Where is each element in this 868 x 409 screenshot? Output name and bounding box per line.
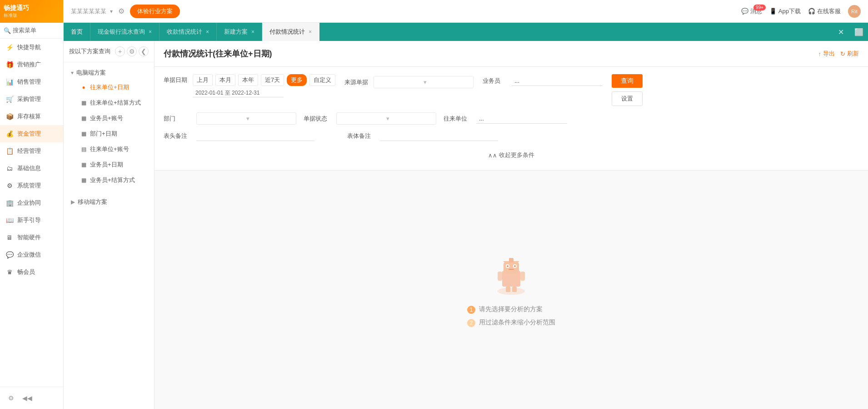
svg-rect-2 [498, 272, 502, 281]
sidebar-item-label: 新手引导 [17, 216, 41, 224]
date-btn-this-year[interactable]: 本年 [238, 74, 258, 86]
sidebar-item-label: 畅会员 [17, 268, 35, 276]
sidebar-item-hardware[interactable]: 🖥 智能硬件 [0, 229, 63, 246]
source-select[interactable]: ▾ [374, 76, 474, 88]
sidebar-collapse-button[interactable]: ◀◀ [21, 392, 34, 404]
tab-income-close[interactable]: × [206, 29, 209, 35]
trial-button[interactable]: 体验行业方案 [130, 5, 180, 18]
sidebar-item-fund[interactable]: 💰 资金管理 [0, 125, 63, 142]
topbar-gear-icon[interactable]: ⚙ [118, 7, 125, 15]
system-icon: ⚙ [5, 182, 14, 190]
quick-nav-icon: ⚡ [5, 43, 14, 51]
tab-new-scheme-close[interactable]: × [251, 29, 254, 35]
scheme-item-label: 往来单位+日期 [90, 83, 129, 91]
scheme-item-counterpart-settlement[interactable]: ▦ 往来单位+结算方式 [64, 95, 154, 111]
vip-icon: ♛ [5, 268, 14, 276]
scheme-item-label: 往来单位+结算方式 [90, 99, 141, 107]
export-button[interactable]: ↑ 导出 [818, 50, 835, 58]
collapse-filter-label: 收起更多条件 [499, 151, 534, 159]
sidebar-item-guide[interactable]: 📖 新手引导 [0, 212, 63, 229]
tabs-maximize-button[interactable]: ⬜ [850, 23, 868, 41]
header-remark-label: 表头备注 [164, 132, 189, 140]
online-service-button[interactable]: 🎧 在线客服 [808, 7, 841, 15]
sidebar-item-label: 经营管理 [17, 147, 41, 155]
sidebar-logo-text: 畅捷通巧 [4, 4, 29, 12]
dept-select[interactable]: ▾ [196, 112, 296, 125]
scheme-item-counterpart-account[interactable]: ▤ 往来单位+账号 [64, 141, 154, 157]
sidebar-item-label: 库存核算 [17, 112, 41, 121]
source-dropdown-icon: ▾ [424, 79, 469, 86]
counterpart-label: 往来单位 [444, 115, 469, 123]
counterpart-input[interactable] [476, 114, 567, 124]
tab-bank-close[interactable]: × [149, 29, 152, 35]
scheme-item-salesperson-settlement[interactable]: ▦ 业务员+结算方式 [64, 172, 154, 188]
scheme-item-label: 部门+日期 [90, 130, 117, 138]
filter-settings-button[interactable]: 设置 [612, 91, 643, 106]
scheme-item-label: 往来单位+账号 [90, 145, 129, 153]
date-btn-this-month[interactable]: 本月 [215, 74, 235, 86]
sidebar-item-purchase[interactable]: 🛒 采购管理 [0, 91, 63, 108]
sidebar-item-wechat[interactable]: 💬 企业微信 [0, 246, 63, 263]
date-label: 单据日期 [164, 76, 189, 84]
tabs-close-all-button[interactable]: ✕ [832, 23, 850, 41]
tab-payment-close[interactable]: × [309, 29, 312, 35]
tab-new-scheme[interactable]: 新建方案 × [217, 23, 262, 41]
tab-payment[interactable]: 付款情况统计 × [262, 23, 319, 41]
refresh-button[interactable]: ↻ 刷新 [840, 50, 859, 58]
sidebar-item-marketing[interactable]: 🎁 营销推广 [0, 56, 63, 73]
table-icon-2: ▦ [80, 115, 87, 122]
tab-new-scheme-label: 新建方案 [224, 28, 248, 36]
sidebar-item-enterprise[interactable]: 🏢 企业协同 [0, 194, 63, 212]
sidebar-item-system[interactable]: ⚙ 系统管理 [0, 177, 63, 194]
sidebar-item-inventory[interactable]: 📦 库存核算 [0, 108, 63, 125]
sidebar-item-label: 基础信息 [17, 164, 41, 172]
scheme-item-salesperson-date[interactable]: ▦ 业务员+日期 [64, 157, 154, 172]
query-button[interactable]: 查询 [612, 74, 643, 88]
sidebar-item-basic[interactable]: 🗂 基础信息 [0, 160, 63, 177]
tab-income[interactable]: 收款情况统计 × [160, 23, 217, 41]
sidebar-item-quick-nav[interactable]: ⚡ 快捷导航 [0, 39, 63, 56]
add-scheme-button[interactable]: + [115, 46, 125, 56]
table-icon-3: ▦ [80, 130, 87, 137]
date-range-input[interactable] [193, 89, 284, 97]
pc-group-toggle[interactable]: ▾ 电脑端方案 [64, 66, 154, 80]
tab-home[interactable]: 首页 [64, 23, 90, 41]
fund-icon: 💰 [5, 130, 14, 138]
left-panel-header: 按以下方案查询 + ⚙ ❮ [64, 41, 154, 62]
user-avatar[interactable]: Rit [848, 5, 861, 18]
date-btn-7days[interactable]: 近7天 [261, 74, 284, 86]
sidebar-item-operation[interactable]: 📋 经营管理 [0, 142, 63, 160]
svg-rect-4 [506, 287, 510, 292]
app-download-button[interactable]: 📱 App下载 [769, 7, 801, 15]
svg-point-0 [498, 288, 525, 295]
page-header: 付款情况统计(往来单位+日期) ↑ 导出 ↻ 刷新 [155, 41, 868, 67]
sidebar-settings-button[interactable]: ⚙ [5, 392, 17, 404]
sidebar-item-sales[interactable]: 📊 销售管理 [0, 73, 63, 91]
tab-bank[interactable]: 现金银行流水查询 × [90, 23, 160, 41]
main-area: 某某某某某某 ▾ ⚙ 体验行业方案 💬 消息 99+ 📱 App下载 🎧 在线客… [64, 0, 868, 409]
page-title: 付款情况统计(往来单位+日期) [164, 48, 272, 59]
panel-collapse-button[interactable]: ❮ [139, 46, 149, 56]
hardware-icon: 🖥 [5, 233, 14, 242]
date-btn-more[interactable]: 更多 [287, 74, 307, 86]
tip-text-1: 请先选择要分析的方案 [479, 305, 543, 313]
tip-text-2: 用过滤条件来缩小分析范围 [479, 318, 555, 327]
table-icon: ▦ [80, 99, 87, 106]
collapse-filter-button[interactable]: ∧∧ 收起更多条件 [488, 147, 534, 163]
notification-button[interactable]: 💬 消息 99+ [741, 7, 762, 15]
date-btn-last-month[interactable]: 上月 [193, 74, 213, 86]
scheme-settings-button[interactable]: ⚙ [127, 46, 137, 56]
topbar-dropdown-arrow[interactable]: ▾ [110, 8, 113, 15]
tabs-actions: ✕ ⬜ [832, 23, 868, 41]
salesperson-input[interactable] [512, 76, 603, 86]
body-remark-input[interactable] [380, 131, 498, 141]
scheme-item-dept-date[interactable]: ▦ 部门+日期 [64, 126, 154, 141]
header-remark-input[interactable] [196, 131, 314, 141]
sidebar-search[interactable]: 🔍 搜索菜单 [0, 23, 63, 39]
date-btn-custom[interactable]: 自定义 [309, 74, 335, 86]
mobile-group-toggle[interactable]: ▶ 移动端方案 [64, 195, 154, 209]
scheme-item-counterpart-date[interactable]: ● 往来单位+日期 [64, 80, 154, 95]
status-select[interactable]: ▾ [336, 112, 436, 125]
sidebar-item-vip[interactable]: ♛ 畅会员 [0, 263, 63, 281]
scheme-item-salesperson-account[interactable]: ▦ 业务员+账号 [64, 111, 154, 126]
